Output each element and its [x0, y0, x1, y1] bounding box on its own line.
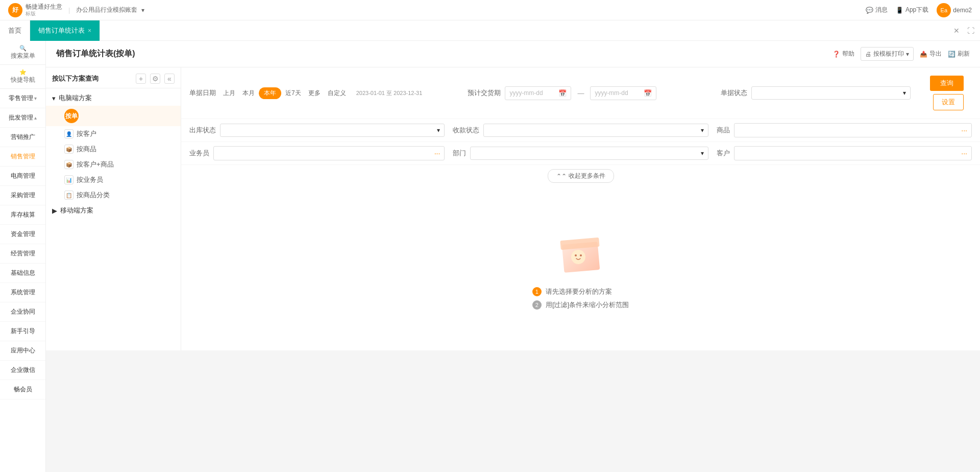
sidebar-item-ecommerce[interactable]: 电商管理 [0, 167, 45, 186]
print-icon: 🖨 [865, 51, 871, 58]
export-button[interactable]: 📤 导出 [920, 50, 942, 58]
sidebar-item-operations[interactable]: 经营管理 [0, 244, 45, 264]
collapse-row: ⌃⌃ 收起更多条件 [181, 165, 980, 187]
chevron-down-icon: ▾ [34, 96, 37, 101]
sidebar-item-inventory[interactable]: 库存核算 [0, 205, 45, 225]
sidebar-item-basic[interactable]: 基础信息 [0, 264, 45, 283]
last7days-btn[interactable]: 近7天 [282, 87, 304, 99]
calendar-start-icon: 📅 [558, 89, 567, 97]
by-goods-category-icon: 📋 [64, 191, 74, 200]
ship-status-select[interactable]: ▾ [220, 124, 445, 137]
sidebar-item-sales[interactable]: 销售管理 [0, 147, 45, 167]
sidebar-item-corpwechat[interactable]: 企业微信 [0, 361, 45, 380]
scheme-item-by-order[interactable]: 按单 [46, 106, 181, 126]
sidebar: 🔍 搜索菜单 ⭐ 快捷导航 零售管理 ▾ 批发管理 ▴ 营销推广 销售管理 电商… [0, 41, 46, 472]
expected-date-start-input[interactable]: yyyy-mm-dd 📅 [505, 86, 571, 100]
sidebar-search[interactable]: 🔍 搜索菜单 [0, 41, 45, 65]
sidebar-item-marketing-label: 营销推广 [11, 133, 35, 141]
goods-input[interactable]: ··· [734, 123, 972, 137]
current-year-btn[interactable]: 本年 [259, 87, 281, 99]
salesperson-more-icon[interactable]: ··· [434, 149, 440, 157]
query-button[interactable]: 查询 [930, 76, 964, 91]
app-download-button[interactable]: 📱 App下载 [896, 6, 928, 14]
export-icon: 📤 [920, 51, 927, 58]
user-profile[interactable]: Ea demo2 [937, 3, 972, 17]
message-button[interactable]: 💬 消息 [866, 6, 888, 14]
tab-home[interactable]: 首页 [0, 20, 30, 41]
reset-button[interactable]: 设置 [933, 94, 964, 110]
sidebar-item-wholesale[interactable]: 批发管理 ▴ [0, 108, 45, 128]
more-btn[interactable]: 更多 [305, 87, 324, 99]
sidebar-item-basic-label: 基础信息 [11, 269, 35, 277]
status-label: 单据状态 [721, 88, 747, 98]
tip-num-1: 1 [532, 287, 542, 296]
sidebar-item-member[interactable]: 畅会员 [0, 380, 45, 399]
tab-sales-order-stats[interactable]: 销售订单统计表 × [30, 20, 100, 41]
sidebar-item-appcenter-label: 应用中心 [11, 346, 35, 355]
sidebar-item-system-label: 系统管理 [11, 288, 35, 297]
sidebar-item-marketing[interactable]: 营销推广 [0, 128, 45, 147]
top-bar-left: 好 畅捷通好生意 标版 | 办公用品行业模拟账套 ▾ [8, 3, 144, 17]
sidebar-item-system[interactable]: 系统管理 [0, 283, 45, 302]
refresh-button[interactable]: 🔄 刷新 [948, 50, 970, 58]
scheme-item-by-customer-goods[interactable]: 📦 按客户+商品 [46, 157, 181, 172]
tab-close-button[interactable]: × [88, 27, 91, 34]
status-select[interactable]: ▾ [751, 86, 911, 100]
help-button[interactable]: ❓ 帮助 [832, 50, 854, 58]
sidebar-item-newguide-label: 新手引导 [11, 327, 35, 336]
customer-input[interactable]: ··· [734, 146, 972, 160]
print-button[interactable]: 🖨 按模板打印 ▾ [861, 47, 914, 61]
panel-toolbar: 按以下方案查询 + ⚙ « [46, 72, 181, 88]
empty-tips: 1 请先选择要分析的方案 2 用[过滤]条件来缩小分析范围 [532, 287, 629, 310]
goods-more-icon[interactable]: ··· [961, 126, 967, 134]
sidebar-shortcut[interactable]: ⭐ 快捷导航 [0, 65, 45, 89]
ship-status-label: 出库状态 [189, 126, 216, 135]
sidebar-item-retail[interactable]: 零售管理 ▾ [0, 89, 45, 108]
avatar: Ea [937, 3, 951, 17]
this-month-btn[interactable]: 本月 [239, 87, 258, 99]
sidebar-item-finance-label: 资金管理 [11, 230, 35, 239]
calendar-end-icon: 📅 [644, 89, 652, 97]
scheme-item-by-goods[interactable]: 📦 按商品 [46, 141, 181, 157]
settings-scheme-button[interactable]: ⚙ [150, 74, 160, 84]
pc-scheme-header[interactable]: ▾ 电脑端方案 [46, 90, 181, 106]
filter-cell-payment: 收款状态 ▾ [453, 124, 708, 137]
close-window-button[interactable]: ✕ [951, 26, 962, 36]
logo-subtitle: 标版 [26, 11, 62, 17]
sidebar-item-finance[interactable]: 资金管理 [0, 225, 45, 244]
collapse-panel-button[interactable]: « [164, 74, 175, 84]
expected-date-end-input[interactable]: yyyy-mm-dd 📅 [590, 86, 656, 100]
scheme-item-by-customer[interactable]: 👤 按客户 [46, 126, 181, 141]
left-scheme-panel: 按以下方案查询 + ⚙ « ▾ 电脑端方案 按单 👤 按客户 [46, 67, 181, 350]
sidebar-item-appcenter[interactable]: 应用中心 [0, 341, 45, 361]
filter-cell-shipment: 出库状态 ▾ [189, 124, 445, 137]
collapse-button[interactable]: ⌃⌃ 收起更多条件 [548, 169, 614, 183]
breadcrumb-dropdown[interactable]: ▾ [141, 7, 144, 14]
logo-icon: 好 [8, 3, 22, 17]
sidebar-item-enterprise[interactable]: 企业协同 [0, 302, 45, 322]
add-scheme-button[interactable]: + [136, 74, 146, 84]
payment-status-select[interactable]: ▾ [483, 124, 708, 137]
dept-select[interactable]: ▾ [470, 147, 708, 160]
prev-month-btn[interactable]: 上月 [220, 87, 238, 99]
page-actions: ❓ 帮助 🖨 按模板打印 ▾ 📤 导出 🔄 刷新 [832, 47, 970, 61]
mobile-scheme-label: 移动端方案 [60, 206, 93, 215]
chevron-up-icon: ▴ [34, 115, 37, 121]
date-dash: — [575, 89, 586, 97]
filter-cell-expected-date: 预计交货期 yyyy-mm-dd 📅 — yyyy-mm-dd 📅 [468, 86, 721, 100]
page-header: 销售订单统计表(按单) ❓ 帮助 🖨 按模板打印 ▾ 📤 导出 🔄 刷新 [46, 41, 980, 67]
empty-tip-2: 2 用[过滤]条件来缩小分析范围 [532, 300, 629, 310]
scheme-item-by-goods-category[interactable]: 📋 按商品分类 [46, 187, 181, 203]
breadcrumb: 办公用品行业模拟账套 [76, 6, 137, 14]
custom-btn[interactable]: 自定义 [325, 87, 349, 99]
maximize-window-button[interactable]: ⛶ [966, 26, 976, 36]
payment-status-chevron: ▾ [701, 127, 704, 134]
customer-more-icon[interactable]: ··· [961, 149, 967, 157]
sidebar-item-procurement[interactable]: 采购管理 [0, 186, 45, 205]
scheme-item-by-salesperson[interactable]: 📊 按业务员 [46, 172, 181, 187]
content-area: 销售订单统计表(按单) ❓ 帮助 🖨 按模板打印 ▾ 📤 导出 🔄 刷新 [46, 41, 980, 472]
mobile-scheme-header[interactable]: ▶ 移动端方案 [46, 203, 181, 218]
sidebar-item-ecommerce-label: 电商管理 [11, 172, 35, 180]
salesperson-input[interactable]: ··· [213, 146, 445, 160]
sidebar-item-newguide[interactable]: 新手引导 [0, 322, 45, 341]
